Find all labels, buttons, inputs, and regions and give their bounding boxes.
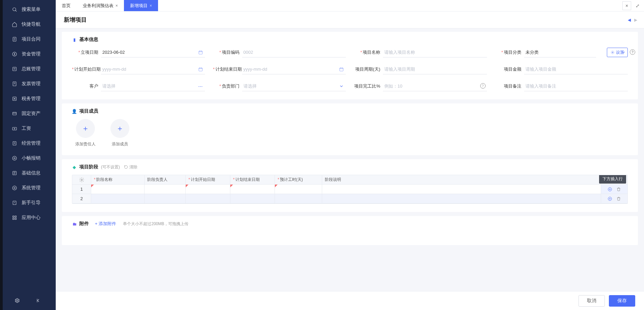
sidebar-item-label: 固定资产 <box>22 111 41 117</box>
sidebar-item-label: 税务管理 <box>22 96 41 102</box>
project-code-input[interactable] <box>242 47 346 57</box>
gear-icon[interactable] <box>79 177 84 183</box>
field-label: 立项日期 <box>72 49 101 55</box>
project-category-select[interactable] <box>524 47 596 57</box>
sidebar-item-guide[interactable]: 新手引导 <box>0 195 56 210</box>
plan-start-input[interactable] <box>101 64 205 74</box>
sidebar-item-search[interactable]: 搜索菜单 <box>0 2 56 17</box>
settings-icon[interactable] <box>14 297 21 304</box>
sidebar-item-wallet[interactable]: 资金管理 <box>0 47 56 62</box>
sidebar-item-label: 发票管理 <box>22 81 41 87</box>
svg-rect-17 <box>13 218 14 219</box>
date-created-input[interactable] <box>101 47 205 57</box>
sidebar-item-tax[interactable]: 税务管理 <box>0 91 56 106</box>
close-icon[interactable]: × <box>150 3 152 8</box>
tab-profit[interactable]: 业务利润预估表× <box>77 0 124 11</box>
svg-point-24 <box>81 179 82 181</box>
tab-home[interactable]: 首页 <box>56 0 77 11</box>
clear-button[interactable]: 清除 <box>124 164 137 170</box>
save-button[interactable]: 保存 <box>609 295 635 307</box>
svg-rect-15 <box>13 216 14 217</box>
delete-row-icon[interactable] <box>616 196 622 202</box>
customer-select[interactable] <box>101 81 205 91</box>
sidebar-item-home[interactable]: 快捷导航 <box>0 17 56 32</box>
expand-icon[interactable]: ⤢ <box>633 1 642 10</box>
sidebar-item-label: 工资 <box>22 125 31 132</box>
svg-rect-23 <box>340 68 343 71</box>
project-name-input[interactable] <box>383 47 487 57</box>
asset-icon <box>11 111 18 117</box>
collapse-icon[interactable] <box>35 297 42 304</box>
field-label: 客户 <box>72 83 101 89</box>
dept-select[interactable] <box>242 81 346 91</box>
add-attachment-button[interactable]: + 添加附件 <box>95 221 116 227</box>
section-icon: ▮ <box>72 37 77 42</box>
sidebar-item-label: 快捷导航 <box>22 21 41 27</box>
add-member-label: 添加成员 <box>112 141 128 147</box>
field-label: 项目备注 <box>495 83 524 89</box>
attachments-card: 🖿 附件 + 添加附件 单个大小不超过200MB，可拖拽上传 <box>62 216 638 245</box>
sidebar-item-invoice[interactable]: 发票管理 <box>0 76 56 91</box>
calendar-icon[interactable] <box>338 66 344 72</box>
insert-row-icon[interactable] <box>607 186 613 192</box>
next-icon[interactable]: ▶ <box>634 18 637 22</box>
sidebar-item-biz[interactable]: 经营管理 <box>0 136 56 151</box>
close-panel-button[interactable]: × <box>622 1 631 10</box>
page-title: 新增项目 <box>64 16 87 24</box>
help-icon[interactable]: ? <box>630 49 635 55</box>
chevron-down-icon[interactable] <box>620 49 626 55</box>
add-owner-button[interactable]: ＋ <box>76 119 95 138</box>
help-icon[interactable]: ? <box>480 83 486 89</box>
more-icon[interactable]: ⋯ <box>198 83 204 89</box>
sidebar-item-doc[interactable]: 项目合同 <box>0 32 56 47</box>
tab-new-project[interactable]: 新增项目× <box>124 0 158 11</box>
svg-rect-3 <box>13 67 17 71</box>
calendar-icon[interactable] <box>198 66 204 72</box>
calendar-icon[interactable] <box>198 49 204 55</box>
page-header: 新增项目 ◀ ▶ <box>56 11 644 28</box>
sidebar-item-label: 总账管理 <box>22 66 41 72</box>
delete-row-icon[interactable] <box>616 186 622 192</box>
close-icon[interactable]: × <box>115 3 118 8</box>
apps-icon <box>11 215 18 221</box>
cancel-button[interactable]: 取消 <box>578 295 605 307</box>
folder-icon: 🖿 <box>72 221 77 226</box>
insert-row-icon[interactable] <box>607 196 613 202</box>
chevron-down-icon[interactable] <box>338 83 344 89</box>
sidebar-item-label: 经营管理 <box>22 140 41 146</box>
sidebar-item-label: 项目合同 <box>22 36 41 42</box>
col-header: 计划开始日期 <box>188 177 215 183</box>
sidebar-item-apps[interactable]: 应用中心 <box>0 210 56 225</box>
svg-point-0 <box>13 8 16 11</box>
table-row[interactable]: 2 <box>72 194 627 204</box>
field-label: 项目金额 <box>495 66 524 72</box>
sidebar-item-info[interactable]: 基础信息 <box>0 166 56 181</box>
sidebar-item-label: 资金管理 <box>22 51 41 57</box>
section-title: 附件 <box>79 221 89 227</box>
tab-bar: 首页 业务利润预估表× 新增项目× × ⤢ <box>56 0 644 11</box>
section-note: (可不设置) <box>101 164 120 170</box>
duration-input[interactable] <box>383 64 487 74</box>
members-icon: 👤 <box>72 109 77 114</box>
sidebar-item-salary[interactable]: 工资 <box>0 121 56 136</box>
table-row[interactable]: 1 <box>72 185 627 194</box>
guide-icon <box>11 200 18 206</box>
remark-input[interactable] <box>524 81 628 91</box>
sidebar-item-reimburse[interactable]: 小畅报销 <box>0 151 56 166</box>
progress-input[interactable] <box>383 81 487 91</box>
sidebar-item-ledger[interactable]: 总账管理 <box>0 62 56 76</box>
prev-icon[interactable]: ◀ <box>628 18 631 22</box>
footer: 取消 保存 <box>56 291 644 310</box>
field-label: 项目编码 <box>213 49 242 55</box>
sidebar-item-asset[interactable]: 固定资产 <box>0 106 56 121</box>
phase-icon: ◆ <box>72 165 77 169</box>
sidebar-item-system[interactable]: 系统管理 <box>0 181 56 195</box>
field-label: 项目名称 <box>354 49 383 55</box>
amount-input[interactable] <box>524 64 628 74</box>
col-header: 预计工时(天) <box>278 177 303 183</box>
wallet-icon <box>11 51 18 57</box>
home-icon <box>11 21 18 27</box>
field-label: 负责部门 <box>213 83 242 89</box>
plan-end-input[interactable] <box>242 64 346 74</box>
add-member-button[interactable]: ＋ <box>110 119 129 138</box>
